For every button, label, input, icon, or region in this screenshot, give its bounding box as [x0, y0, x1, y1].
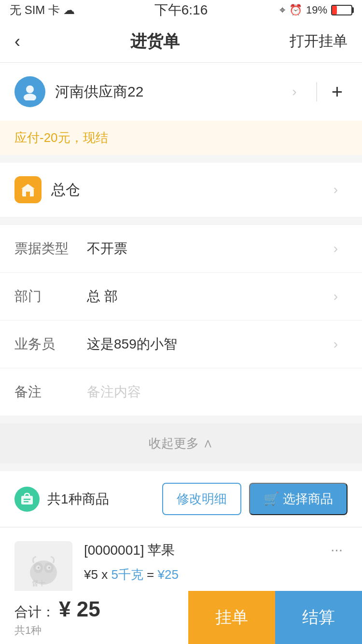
- divider: [316, 82, 317, 101]
- sim-label: 无 SIM 卡 ☁: [10, 2, 75, 18]
- product-total: ¥25: [158, 567, 179, 582]
- svg-marker-3: [21, 184, 35, 189]
- cart-icon: 🛒: [264, 491, 279, 506]
- svg-rect-6: [24, 499, 30, 500]
- collapse-bar[interactable]: 收起更多 ∧: [0, 423, 362, 463]
- product-thumbnail: 督十: [14, 541, 72, 599]
- page-title: 进货单: [130, 30, 180, 53]
- salesperson-value: 这是859的小智: [77, 335, 334, 353]
- status-time: 下午6:16: [154, 1, 208, 19]
- warehouse-section: 总仓 ›: [0, 163, 362, 217]
- warehouse-chevron-icon: ›: [334, 182, 338, 197]
- department-label: 部门: [14, 287, 77, 306]
- location-icon: ⌖: [279, 4, 285, 16]
- products-count-label: 共1种商品: [47, 490, 162, 508]
- product-info: [0000001] 苹果 ¥5 x 5千克 = ¥25: [84, 541, 326, 583]
- department-row[interactable]: 部门 总 部 ›: [0, 272, 362, 320]
- supplier-section: 河南供应商22 › + 应付-20元，现结: [0, 63, 362, 155]
- products-header: 共1种商品 修改明细 🛒 选择商品: [0, 471, 362, 527]
- product-title-text: 苹果: [148, 543, 175, 558]
- product-name: [0000001] 苹果: [84, 541, 326, 560]
- alarm-icon: ⏰: [289, 4, 302, 16]
- svg-rect-7: [24, 501, 28, 503]
- ticket-type-label: 票据类型: [14, 239, 77, 258]
- ticket-type-value: 不开票: [77, 239, 334, 258]
- product-unit-price: ¥5: [84, 567, 98, 582]
- form-section: 票据类型 不开票 › 部门 总 部 › 业务员 这是859的小智 › 备注 备注…: [0, 224, 362, 416]
- department-value: 总 部: [77, 287, 334, 306]
- salesperson-label: 业务员: [14, 335, 77, 353]
- svg-point-14: [48, 567, 50, 569]
- salesperson-row[interactable]: 业务员 这是859的小智 ›: [0, 320, 362, 368]
- select-product-button[interactable]: 🛒 选择商品: [249, 483, 348, 515]
- product-code: [0000001]: [84, 543, 144, 558]
- supplier-chevron-icon: ›: [292, 84, 296, 99]
- svg-point-13: [38, 567, 40, 569]
- svg-rect-5: [21, 496, 33, 504]
- ticket-type-row[interactable]: 票据类型 不开票 ›: [0, 224, 362, 272]
- total-area: 合计： ¥ 25 共1种: [0, 591, 188, 644]
- product-more-button[interactable]: ···: [326, 541, 348, 558]
- ticket-type-chevron-icon: ›: [334, 241, 338, 256]
- department-chevron-icon: ›: [334, 289, 338, 304]
- notice-bar: 应付-20元，现结: [0, 121, 362, 155]
- warehouse-icon: [14, 176, 42, 203]
- remark-row[interactable]: 备注 备注内容: [0, 368, 362, 416]
- remark-label: 备注: [14, 383, 77, 401]
- bottom-bar: 合计： ¥ 25 共1种 挂单 结算: [0, 591, 362, 644]
- supplier-row[interactable]: 河南供应商22 › +: [0, 63, 362, 121]
- salesperson-chevron-icon: ›: [334, 336, 338, 352]
- supplier-name: 河南供应商22: [55, 82, 292, 102]
- status-bar: 无 SIM 卡 ☁ 下午6:16 ⌖ ⏰ 19%: [0, 0, 362, 20]
- add-supplier-button[interactable]: +: [327, 81, 348, 103]
- svg-rect-4: [26, 192, 30, 196]
- status-right: ⌖ ⏰ 19%: [279, 4, 352, 16]
- back-button[interactable]: ‹: [14, 31, 20, 52]
- remark-input[interactable]: 备注内容: [77, 383, 348, 401]
- total-count: 共1种: [14, 623, 174, 638]
- battery-icon: [331, 5, 352, 15]
- svg-text:督十: 督十: [32, 579, 45, 587]
- hang-order-button[interactable]: 挂单: [188, 591, 275, 644]
- battery-percent: 19%: [306, 4, 327, 16]
- edit-detail-button[interactable]: 修改明细: [162, 483, 241, 515]
- supplier-avatar: [14, 76, 45, 107]
- nav-bar: ‹ 进货单 打开挂单: [0, 20, 362, 63]
- total-amount: ¥ 25: [59, 597, 100, 621]
- status-left: 无 SIM 卡 ☁: [10, 2, 75, 18]
- product-quantity: 5千克: [111, 567, 143, 582]
- total-line1: 合计： ¥ 25: [14, 597, 174, 621]
- product-price: ¥5 x 5千克 = ¥25: [84, 566, 326, 583]
- svg-point-0: [26, 85, 34, 93]
- total-label: 合计：: [14, 603, 55, 621]
- open-pending-button[interactable]: 打开挂单: [290, 31, 348, 51]
- svg-point-1: [24, 94, 36, 100]
- checkout-button[interactable]: 结算: [275, 591, 362, 644]
- warehouse-row[interactable]: 总仓 ›: [0, 163, 362, 217]
- warehouse-name: 总仓: [51, 180, 334, 200]
- products-icon: [14, 487, 40, 512]
